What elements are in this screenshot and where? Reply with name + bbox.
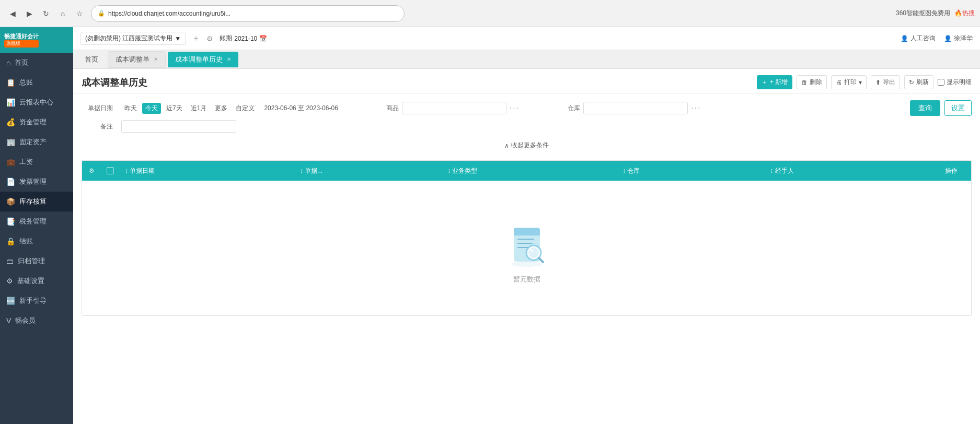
home-button[interactable]: ⌂ — [55, 6, 70, 21]
sidebar-label-invoice: 发票管理 — [19, 177, 47, 186]
th-biz-type[interactable]: ↕ 业务类型 — [442, 167, 617, 175]
main-content: (勿删勿禁用) 江西服宝测试专用 ▼ ＋ ⚙ 账期 2021-10 📅 👤 人工… — [73, 27, 980, 424]
hot-label: 🔥热搜 — [954, 9, 975, 18]
sidebar-item-assets[interactable]: 🏢 固定资产 — [0, 132, 73, 152]
sidebar-label-archive: 归档管理 — [18, 256, 45, 266]
calendar-icon[interactable]: 📅 — [259, 35, 267, 42]
th-date[interactable]: ↕ 单据日期 — [120, 167, 295, 175]
settings-search-button[interactable]: 设置 — [944, 100, 972, 116]
logo-badge: 旗舰版 — [4, 40, 39, 48]
period-label: 账期 — [220, 34, 232, 43]
sidebar-item-invoice[interactable]: 📄 发票管理 — [0, 172, 73, 192]
tab-cost-adjust-close[interactable]: ✕ — [154, 56, 158, 62]
goods-input[interactable] — [402, 102, 506, 114]
sidebar-item-settings[interactable]: ⚙ 基础设置 — [0, 271, 73, 291]
add-button[interactable]: ＋ + 新增 — [757, 75, 792, 89]
search-label: 360智能抠图免费用 — [896, 9, 950, 18]
svg-line-6 — [539, 258, 543, 262]
tab-home[interactable]: 首页 — [77, 52, 106, 67]
sidebar-item-home[interactable]: ⌂ 首页 — [0, 53, 73, 73]
user-menu[interactable]: 👤 徐泽华 — [944, 34, 973, 43]
app-header: (勿删勿禁用) 江西服宝测试专用 ▼ ＋ ⚙ 账期 2021-10 📅 👤 人工… — [73, 27, 980, 50]
sidebar-label-guide: 新手引导 — [19, 296, 47, 305]
collapse-label: 收起更多条件 — [511, 141, 549, 150]
add-tab-btn[interactable]: ＋ — [192, 33, 200, 44]
th-operator-label: ↕ 经手人 — [770, 167, 793, 175]
date-btn-custom[interactable]: 自定义 — [233, 103, 258, 114]
refresh-button[interactable]: ↻ — [39, 6, 53, 21]
display-toggle[interactable]: 显示明细 — [938, 78, 972, 87]
address-bar[interactable]: 🔒 https://cloud.chanjet.com/accounting/u… — [91, 5, 405, 22]
sidebar-item-guide[interactable]: 🆕 新手引导 — [0, 291, 73, 311]
sidebar-label-reports: 云报表中心 — [19, 98, 53, 107]
sidebar-item-archive[interactable]: 🗃 归档管理 — [0, 251, 73, 271]
tab-cost-history[interactable]: 成本调整单历史 ✕ — [168, 52, 238, 67]
th-voucher[interactable]: ↕ 单据... — [295, 167, 442, 175]
warehouse-dots[interactable]: ··· — [691, 103, 701, 113]
remark-input[interactable] — [121, 120, 236, 133]
filter-row-1: 单据日期 昨天 今天 近7天 近1月 更多 自定义 2023-06-06 至 2… — [82, 100, 972, 116]
th-settings[interactable]: ⚙ — [82, 167, 101, 174]
th-action-label: 操作 — [945, 167, 958, 175]
star-button[interactable]: ☆ — [72, 6, 87, 21]
forward-button[interactable]: ▶ — [22, 6, 37, 21]
sidebar-item-inventory[interactable]: 📦 库存核算 — [0, 192, 73, 211]
tab-cost-adjust[interactable]: 成本调整单 ✕ — [108, 51, 166, 68]
date-filter: 昨天 今天 近7天 近1月 更多 自定义 2023-06-06 至 2023-0… — [121, 103, 338, 114]
settings-icon[interactable]: ⚙ — [206, 34, 213, 43]
date-btn-7days[interactable]: 近7天 — [163, 103, 186, 114]
ssl-icon: 🔒 — [98, 10, 105, 17]
sidebar-icon-salary: 💼 — [6, 158, 15, 166]
toolbar-right: ＋ + 新增 🗑 删除 🖨 打印 ▾ ⬆ 导出 — [757, 75, 972, 89]
service-icon: 👤 — [901, 35, 908, 42]
sidebar-item-tax[interactable]: 📑 税务管理 — [0, 211, 73, 231]
export-icon: ⬆ — [875, 79, 881, 86]
company-selector[interactable]: (勿删勿禁用) 江西服宝测试专用 ▼ — [80, 32, 186, 45]
period-info: 账期 2021-10 📅 — [220, 34, 267, 43]
header-right: 👤 人工咨询 👤 徐泽华 — [901, 34, 973, 43]
collapse-arrow: ∧ — [504, 142, 509, 149]
collapse-button[interactable]: ∧ 收起更多条件 — [504, 141, 549, 150]
url-text: https://cloud.chanjet.com/accounting/uru… — [108, 10, 398, 17]
th-operator[interactable]: ↕ 经手人 — [765, 167, 940, 175]
date-btn-yesterday[interactable]: 昨天 — [121, 103, 140, 114]
date-filter-label: 单据日期 — [82, 104, 113, 113]
export-button[interactable]: ⬆ 导出 — [871, 75, 900, 89]
th-voucher-label: ↕ 单据... — [300, 167, 322, 175]
print-icon: 🖨 — [836, 79, 842, 86]
date-btn-more[interactable]: 更多 — [212, 103, 230, 114]
service-btn[interactable]: 👤 人工咨询 — [901, 34, 936, 43]
user-name: 徐泽华 — [954, 34, 973, 43]
sidebar-item-salary[interactable]: 💼 工资 — [0, 152, 73, 172]
delete-button[interactable]: 🗑 删除 — [797, 75, 827, 89]
sidebar-item-closing[interactable]: 🔒 结账 — [0, 231, 73, 251]
period-value: 2021-10 — [234, 35, 257, 42]
sidebar-label-closing: 结账 — [19, 237, 33, 246]
sidebar-item-ledger[interactable]: 📋 总账 — [0, 73, 73, 92]
table-header: ⚙ ↕ 单据日期 ↕ 单据... ↕ 业务类型 ↕ 仓库 — [82, 161, 971, 181]
th-warehouse[interactable]: ↕ 仓库 — [617, 167, 765, 175]
display-checkbox[interactable] — [938, 79, 944, 86]
th-checkbox[interactable] — [101, 167, 120, 174]
sidebar-icon-member: V — [6, 316, 11, 325]
date-btn-today[interactable]: 今天 — [142, 103, 161, 114]
filter-row-2: 备注 — [82, 120, 972, 133]
goods-dots[interactable]: ··· — [510, 103, 520, 113]
sidebar-item-member[interactable]: V 畅会员 — [0, 311, 73, 331]
refresh-icon: ↻ — [909, 79, 914, 86]
dropdown-icon: ▼ — [175, 35, 181, 42]
date-btn-1month[interactable]: 近1月 — [188, 103, 210, 114]
refresh-button[interactable]: ↻ 刷新 — [904, 75, 933, 89]
tab-cost-history-close[interactable]: ✕ — [227, 56, 231, 62]
settings-icon: ⚙ — [89, 167, 95, 174]
print-button[interactable]: 🖨 打印 ▾ — [831, 75, 867, 89]
back-button[interactable]: ◀ — [5, 6, 20, 21]
sidebar-item-reports[interactable]: 📊 云报表中心 — [0, 92, 73, 112]
goods-filter: 商品 ··· — [367, 102, 520, 114]
sidebar-logo: 畅捷通好会计 旗舰版 — [0, 27, 73, 53]
query-button[interactable]: 查询 — [910, 100, 940, 116]
warehouse-input[interactable] — [583, 102, 688, 114]
sidebar-item-funds[interactable]: 💰 资金管理 — [0, 112, 73, 132]
date-range: 2023-06-06 至 2023-06-06 — [264, 104, 338, 113]
empty-icon — [503, 222, 550, 269]
